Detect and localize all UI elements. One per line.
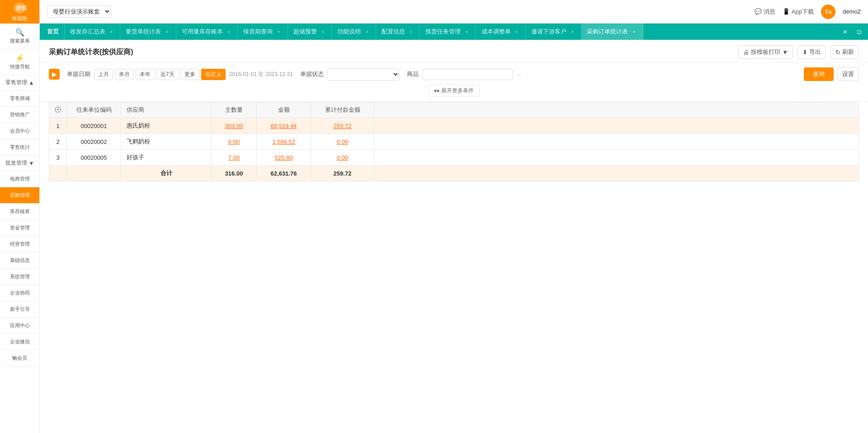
td-row-no-1: 1	[49, 118, 67, 134]
app-download-label: App下载	[792, 8, 814, 16]
tab-expiry-query-label: 保质期查询	[243, 28, 273, 36]
status-select[interactable]	[327, 68, 400, 81]
tab-picking-task[interactable]: 拣货任务管理 ×	[420, 24, 476, 40]
td-row-no-2: 2	[49, 134, 67, 150]
date-btn-last-month[interactable]: 上月	[94, 69, 113, 80]
td-paid-2[interactable]: 0.00	[311, 134, 374, 150]
tab-receipt-summary[interactable]: 收发存汇总表 ×	[65, 24, 120, 40]
sidebar-item-inventory[interactable]: 库存核算	[0, 204, 39, 220]
td-amount-2[interactable]: 1,586.52	[257, 134, 311, 150]
date-btn-last7days[interactable]: 近7天	[156, 69, 179, 80]
tab-receipt-summary-close[interactable]: ×	[108, 28, 114, 35]
sidebar-item-retail-mall[interactable]: 零售商城	[0, 90, 39, 107]
th-settings[interactable]	[49, 102, 67, 118]
sidebar-item-wholesale-mgmt[interactable]: 批发管理 ▼	[0, 156, 39, 171]
sidebar-item-purchase[interactable]: 采购管理	[0, 187, 39, 204]
tab-cost-adjust-close[interactable]: ×	[514, 28, 520, 35]
tab-invite-customer[interactable]: 邀请下游客户 ×	[526, 24, 581, 40]
tab-invite-customer-close[interactable]: ×	[569, 28, 576, 35]
expand-label: 展开更多条件	[441, 87, 474, 95]
date-btn-custom[interactable]: 自定义	[201, 69, 226, 80]
sidebar-item-system[interactable]: 系统管理	[0, 269, 39, 285]
sidebar-item-search[interactable]: 🔍 搜索菜单	[0, 24, 39, 49]
tab-overstock-alert[interactable]: 超储预警 ×	[288, 24, 332, 40]
sidebar-item-basic-info[interactable]: 基础信息	[0, 252, 39, 269]
td-amount-3[interactable]: 525.80	[257, 150, 311, 166]
sidebar-item-wechat[interactable]: 企业微信	[0, 334, 39, 350]
goods-more-icon[interactable]: ···	[516, 71, 521, 78]
filter-toggle-btn[interactable]: ▶	[49, 69, 60, 80]
td-qty-2[interactable]: 6.00	[212, 134, 257, 150]
sidebar-item-operations[interactable]: 经营管理	[0, 236, 39, 252]
search-icon: 🔍	[2, 28, 38, 37]
filter-goods-group: 商品 ···	[407, 69, 521, 80]
print-button[interactable]: 🖨 按模板打印 ▼	[738, 45, 793, 59]
close-all-tabs[interactable]: ✕	[840, 28, 850, 36]
sidebar-item-members[interactable]: 会员中心	[0, 123, 39, 139]
td-amount-1[interactable]: 60,519.44	[257, 118, 311, 134]
sidebar: 好生意 标题版 🔍 搜索菜单 ⚡ 快捷导航 零售管理 ▲ 零售商城 营销推广 会…	[0, 0, 40, 433]
td-code-3: 00020005	[67, 150, 121, 166]
sidebar-item-marketing[interactable]: 营销推广	[0, 107, 39, 123]
date-btn-this-year[interactable]: 本年	[136, 69, 155, 80]
sidebar-item-ecommerce[interactable]: 电商管理	[0, 171, 39, 187]
tab-config-info[interactable]: 配置信息 ×	[376, 24, 420, 40]
message-link[interactable]: 💬 消息	[755, 8, 775, 16]
filter-settings-button[interactable]: 设置	[837, 67, 859, 81]
search-button[interactable]: 查询	[804, 67, 834, 81]
sidebar-item-retail-stats[interactable]: 零售统计	[0, 139, 39, 156]
app-download-link[interactable]: 📱 App下载	[783, 8, 814, 16]
message-icon: 💬	[755, 8, 762, 15]
tab-home[interactable]: 首页	[42, 24, 65, 40]
sidebar-item-finance[interactable]: 资金管理	[0, 220, 39, 236]
tab-config-info-close[interactable]: ×	[408, 28, 414, 35]
table-row[interactable]: 2 00020002 飞鹤奶粉 6.00 1,586.52 0.00	[49, 134, 859, 150]
tab-requisition-stats-close[interactable]: ×	[164, 28, 170, 35]
export-button[interactable]: ⬇ 导出	[797, 45, 826, 59]
refresh-button[interactable]: ↻ 刷新	[830, 45, 859, 59]
tab-requisition-stats[interactable]: 要货单统计表 ×	[120, 24, 176, 40]
tab-purchase-order-stats[interactable]: 采购订单统计表 ×	[581, 24, 643, 40]
tab-cost-adjust-label: 成本调整单	[481, 28, 511, 36]
retail-mgmt-label: 零售管理	[5, 79, 27, 86]
footer-empty-3	[374, 166, 859, 181]
td-empty-1	[374, 118, 859, 134]
tab-receipt-summary-label: 收发存汇总表	[70, 28, 105, 36]
username[interactable]: demo2	[843, 8, 861, 15]
date-btn-more[interactable]: 更多	[180, 69, 199, 80]
sidebar-item-quicknav[interactable]: ⚡ 快捷导航	[0, 49, 39, 75]
tab-available-inventory-close[interactable]: ×	[226, 28, 232, 35]
tab-function-desc[interactable]: 功能说明 ×	[332, 24, 376, 40]
workspace-selector[interactable]: 母婴行业演示账套	[47, 5, 111, 18]
td-code-1: 00020001	[67, 118, 121, 134]
user-avatar[interactable]: Ea	[821, 5, 835, 19]
tab-expiry-query[interactable]: 保质期查询 ×	[238, 24, 288, 40]
tab-purchase-order-stats-close[interactable]: ×	[631, 28, 637, 35]
sidebar-item-member-program[interactable]: 畅会员	[0, 350, 39, 366]
td-paid-3[interactable]: 0.00	[311, 150, 374, 166]
table-row[interactable]: 3 00020005 好孩子 7.00 525.80 0.00	[49, 150, 859, 166]
svg-text:好生意: 好生意	[16, 5, 27, 10]
tab-picking-task-close[interactable]: ×	[463, 28, 470, 35]
date-btn-this-month[interactable]: 本月	[115, 69, 134, 80]
sidebar-item-app-center[interactable]: 应用中心	[0, 318, 39, 334]
custom-label: 自定义	[205, 71, 222, 77]
tab-available-inventory[interactable]: 可用量库存账本 ×	[176, 24, 238, 40]
sidebar-item-enterprise-collab[interactable]: 企业协同	[0, 285, 39, 301]
tab-overstock-alert-close[interactable]: ×	[320, 28, 326, 35]
goods-input[interactable]	[422, 69, 513, 80]
td-qty-1[interactable]: 303.00	[212, 118, 257, 134]
td-qty-3[interactable]: 7.00	[212, 150, 257, 166]
export-label: 导出	[809, 48, 821, 56]
sidebar-item-newbie[interactable]: 新手引导	[0, 301, 39, 318]
td-empty-2	[374, 134, 859, 150]
tab-expiry-query-close[interactable]: ×	[275, 28, 282, 35]
expand-more-btn[interactable]: ▾▾ 展开更多条件	[428, 85, 480, 97]
tab-cost-adjust[interactable]: 成本调整单 ×	[476, 24, 526, 40]
tab-function-desc-close[interactable]: ×	[363, 28, 370, 35]
sidebar-item-retail-mgmt[interactable]: 零售管理 ▲	[0, 75, 39, 90]
page-container: 采购订单统计表(按供应商) 🖨 按模板打印 ▼ ⬇ 导出 ↻ 刷新	[40, 40, 868, 433]
td-paid-1[interactable]: 259.72	[311, 118, 374, 134]
table-row[interactable]: 1 00020001 惠氏奶粉 303.00 60,519.44 259.72	[49, 118, 859, 134]
maximize-tab[interactable]: ⊡	[854, 28, 864, 36]
